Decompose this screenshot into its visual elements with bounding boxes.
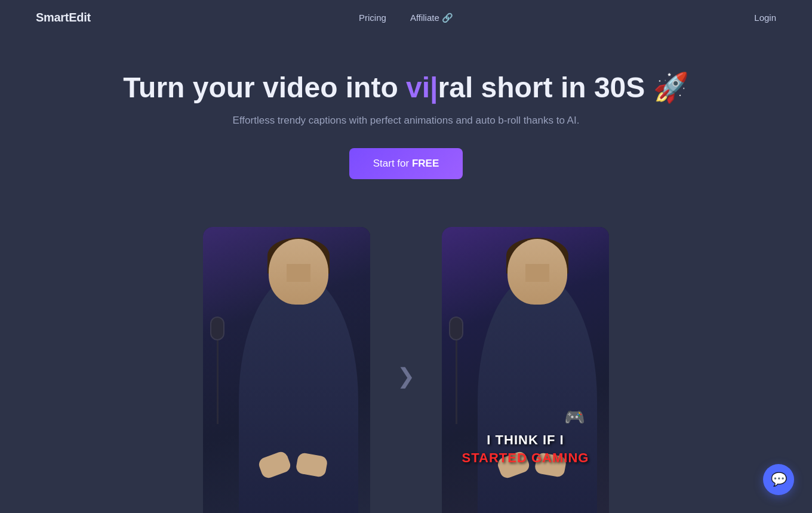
hero-section: Turn your video into vi|ral short in 30S… [0, 35, 812, 197]
comparison-section: ❯ 🎮 [0, 227, 812, 513]
cta-button[interactable]: Start for FREE [349, 148, 463, 179]
neck-right [525, 264, 549, 282]
hero-subtitle: Effortless trendy captions with perfect … [12, 115, 800, 127]
microphone-right [448, 317, 465, 424]
chat-bubble-icon: 💬 [771, 472, 787, 487]
hero-title: Turn your video into vi|ral short in 30S… [12, 71, 800, 104]
comparison-arrow: ❯ [397, 364, 415, 389]
game-icon: 🎮 [564, 407, 585, 427]
video-card-before [203, 227, 370, 513]
cta-strong: FREE [412, 158, 439, 169]
hand-right [296, 452, 328, 478]
video-bg-left [203, 227, 370, 513]
caption-line2: STARTED GAMING [448, 450, 603, 466]
logo[interactable]: SmartEdit [36, 11, 91, 24]
microphone-left [209, 317, 226, 424]
neck-left [287, 264, 310, 282]
caption-overlay: I THINK IF I STARTED GAMING [442, 432, 609, 466]
head-right [508, 239, 567, 305]
comparison-arrow-container: ❯ [370, 364, 442, 389]
video-bg-right: 🎮 I THINK IF I STARTED GAMING [442, 227, 609, 513]
nav-affiliate[interactable]: Affiliate 🔗 [410, 13, 453, 23]
hero-title-before: Turn your video into [123, 72, 406, 103]
hero-title-highlight: vi| [406, 72, 438, 103]
nav-login[interactable]: Login [754, 13, 776, 23]
hero-title-after: ral short in 30S 🚀 [438, 72, 689, 103]
video-card-after: 🎮 I THINK IF I STARTED GAMING [442, 227, 609, 513]
nav-pricing[interactable]: Pricing [359, 13, 386, 23]
caption-line1: I THINK IF I [448, 432, 603, 448]
navbar: SmartEdit Pricing Affiliate 🔗 Login [0, 0, 812, 35]
chat-bubble[interactable]: 💬 [763, 464, 794, 495]
nav-center: Pricing Affiliate 🔗 [359, 13, 453, 23]
hand-left [257, 450, 293, 480]
hands-left [260, 454, 327, 478]
head-left [269, 239, 328, 305]
cta-prefix: Start for [373, 158, 412, 169]
